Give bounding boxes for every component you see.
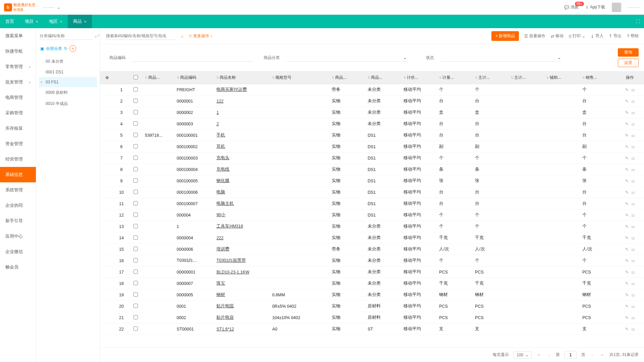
last-page-button[interactable]: ⇥ — [599, 353, 605, 357]
product-name-link[interactable]: 耳机 — [216, 144, 225, 149]
product-name-link[interactable]: 2 — [216, 122, 219, 126]
edit-icon[interactable]: ✎ — [625, 179, 629, 183]
product-name-link[interactable]: 培训费 — [216, 247, 229, 251]
row-checkbox[interactable] — [133, 235, 138, 240]
table-row[interactable]: 22ST00001ST1.6*12A0实物ST移动平均支支支✎⚏ — [100, 323, 644, 335]
sidebar-item[interactable]: 系统管理 — [0, 182, 36, 198]
product-name-link[interactable]: 电脑主机 — [216, 201, 234, 206]
sidebar-item[interactable]: 企业微信 — [0, 244, 36, 259]
table-row[interactable]: 131工具车HM318实物未分类移动平均个个个✎⚏ — [100, 221, 644, 232]
product-name-link[interactable]: 工具车HM318 — [216, 224, 243, 229]
sidebar-item[interactable]: 搜索菜单 — [0, 28, 36, 44]
tree-root-label[interactable]: 全部分类 — [46, 46, 62, 52]
row-checkbox[interactable] — [133, 269, 138, 274]
more-icon[interactable]: ⚏ — [631, 247, 635, 252]
table-row[interactable]: 140000004222实物未分类移动平均千克千克千克✎⚏ — [100, 232, 644, 244]
column-header[interactable]: ⇅商品... — [366, 71, 401, 84]
edit-icon[interactable]: ✎ — [625, 281, 629, 286]
messages-button[interactable]: 💬 消息 99+ — [564, 4, 579, 10]
more-icon[interactable]: ⚏ — [631, 167, 635, 172]
edit-icon[interactable]: ✎ — [625, 293, 629, 297]
more-icon[interactable]: ⚏ — [631, 190, 635, 195]
edit-icon[interactable]: ✎ — [625, 213, 629, 218]
refresh-icon[interactable]: ↻ — [64, 46, 67, 51]
column-header[interactable]: ⇅计价... — [401, 71, 437, 84]
sidebar-item[interactable]: 畅会员 — [0, 259, 36, 275]
first-page-button[interactable]: ⇤ — [536, 353, 542, 357]
sidebar-item[interactable]: 企业协同 — [0, 198, 36, 213]
close-icon[interactable]: ✕ — [84, 20, 87, 23]
app-download-button[interactable]: ⇩ App下载 — [585, 4, 605, 10]
more-icon[interactable]: ⚏ — [631, 213, 635, 218]
expand-icon[interactable]: ▸ — [41, 80, 42, 83]
search-button[interactable]: 查询 — [618, 48, 639, 57]
tree-item[interactable]: 00 未分类 — [39, 56, 97, 67]
more-icon[interactable]: ⚏ — [631, 270, 635, 275]
tree-item[interactable]: 0010 半成品 — [39, 98, 97, 109]
column-header[interactable]: ⇅商品... — [143, 71, 175, 84]
more-icon[interactable]: ⚏ — [631, 281, 635, 286]
column-header[interactable]: ⇅销售... — [580, 71, 616, 84]
column-header[interactable]: ⇅规格型号 — [270, 71, 330, 84]
more-icon[interactable]: ⚏ — [631, 133, 635, 138]
row-checkbox[interactable] — [133, 190, 138, 194]
table-row[interactable]: 8000100004充电线实物DS1移动平均条条条✎⚏ — [100, 164, 644, 175]
edit-icon[interactable]: ✎ — [625, 258, 629, 263]
column-header[interactable]: ⇅主计... — [473, 71, 509, 84]
tab-项目[interactable]: 项目✕ — [19, 15, 44, 28]
row-checkbox[interactable] — [133, 213, 138, 217]
tree-item[interactable]: ▸03 FS1 — [39, 77, 97, 87]
tab-商品[interactable]: 商品✕ — [68, 15, 92, 28]
table-row[interactable]: 400000032实物未分类移动平均台台台✎⚏ — [100, 118, 644, 130]
sidebar-item[interactable]: 基础信息 — [0, 167, 36, 182]
table-row[interactable]: 9000100005钢化膜实物DS1移动平均张张张✎⚏ — [100, 175, 644, 187]
row-checkbox[interactable] — [133, 304, 138, 308]
batch-button[interactable]: ☰批量操作 — [524, 33, 545, 39]
row-checkbox[interactable] — [133, 110, 138, 114]
row-checkbox[interactable] — [133, 258, 138, 262]
column-header[interactable]: ⇅主计... — [509, 71, 545, 84]
more-icon[interactable]: ⚏ — [631, 99, 635, 104]
edit-icon[interactable]: ✎ — [625, 270, 629, 275]
tree-item[interactable]: 0001 DS1 — [39, 67, 97, 77]
table-row[interactable]: 20000001122实物未分类移动平均台台台✎⚏ — [100, 96, 644, 107]
edit-icon[interactable]: ✎ — [625, 224, 629, 229]
row-checkbox[interactable] — [133, 167, 138, 171]
print-button[interactable]: ⎙打印⌄ — [569, 33, 585, 39]
more-icon[interactable]: ⚏ — [631, 304, 635, 309]
sidebar-item[interactable]: 新手引导 — [0, 213, 36, 229]
table-row[interactable]: 1700000001BLD10-23-1.1KW实物未分类移动平均PCSPCSP… — [100, 266, 644, 278]
more-icon[interactable]: ⚏ — [631, 236, 635, 240]
product-name-link[interactable]: 90小 — [216, 213, 225, 217]
edit-icon[interactable]: ✎ — [625, 190, 629, 195]
more-icon[interactable]: ⚏ — [631, 293, 635, 297]
next-page-button[interactable]: › — [590, 353, 594, 357]
table-row[interactable]: 180000007珠宝实物未分类移动平均千克千克千克✎⚏ — [100, 278, 644, 289]
tree-item[interactable]: 0009 原材料 — [39, 87, 97, 98]
category-filter-select[interactable]: ⌄ — [286, 54, 407, 62]
more-icon[interactable]: ⚏ — [631, 258, 635, 263]
product-name-link[interactable]: 1 — [216, 110, 219, 115]
edit-icon[interactable]: ✎ — [625, 122, 629, 126]
table-row[interactable]: 6000100002耳机实物DS1移动平均副副副✎⚏ — [100, 141, 644, 153]
help-button[interactable]: ?帮助 — [627, 33, 639, 39]
tab-地区[interactable]: 地区✕ — [44, 15, 68, 28]
table-row[interactable]: 150000006培训费劳务未分类移动平均人/次人/次人/次✎⚏ — [100, 244, 644, 255]
sidebar-item[interactable]: 资金管理 — [0, 136, 36, 152]
more-icon[interactable]: ⚏ — [631, 327, 635, 331]
table-row[interactable]: 7000100003充电头实物DS1移动平均个个个✎⚏ — [100, 153, 644, 164]
sidebar-item[interactable]: 库存核算 — [0, 121, 36, 136]
edit-icon[interactable]: ✎ — [625, 167, 629, 172]
table-row[interactable]: 1FREIGHT电商买家付运费劳务未分类移动平均个个个✎⚏ — [100, 84, 644, 96]
edit-icon[interactable]: ✎ — [625, 304, 629, 309]
table-row[interactable]: 10000100006电脑实物DS1移动平均台台台✎⚏ — [100, 187, 644, 198]
product-name-link[interactable]: 充电线 — [216, 167, 229, 172]
import-button[interactable]: ⤓导入 — [591, 33, 603, 39]
row-checkbox[interactable] — [133, 144, 138, 148]
collapse-icon[interactable]: « — [97, 33, 100, 38]
product-name-link[interactable]: 钢化膜 — [216, 178, 229, 183]
table-row[interactable]: 210002贴片电容104±10% 0402实物原材料移动平均PCSPCSPCS… — [100, 312, 644, 323]
add-product-button[interactable]: + 新增商品 — [491, 31, 519, 41]
row-checkbox[interactable] — [133, 326, 138, 331]
product-name-link[interactable]: 贴片电容 — [216, 315, 234, 320]
